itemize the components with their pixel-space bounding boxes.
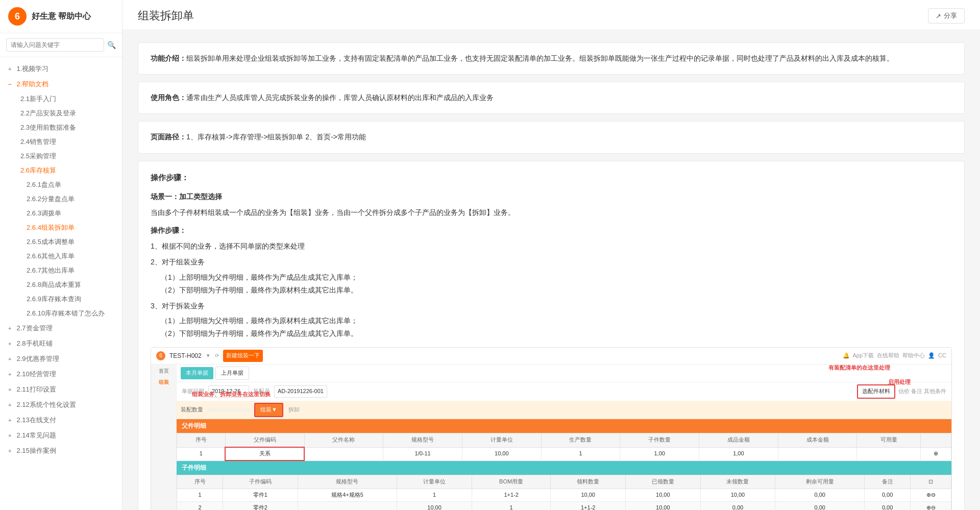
ss-th-op — [921, 433, 951, 447]
ss-annotation-area1: 选配件材料 估价 备注 其他条件 — [857, 384, 946, 399]
ss-th-code: 父件编码 — [225, 433, 304, 447]
ss-date-label: 单据日期 — [182, 386, 204, 397]
ss-topbar: 6 TEST-H002 ▼ ⟳ 新建组装一下 🔔 App下载 在线帮助 帮助中心 — [151, 348, 951, 365]
sub-nav-26: 2.6.1盘点单 2.6.2分量盘点单 2.6.3调拨单 2.6.4组装拆卸单 … — [12, 178, 122, 321]
ss-more-btns: 估价 备注 其他条件 — [898, 386, 946, 397]
ss-tab-current[interactable]: 本月单据 — [181, 367, 213, 379]
plus-icon-8: + — [8, 417, 11, 423]
sidebar: 6 好生意 帮助中心 🔍 + 1.视频学习 − 2.帮助文档 2.1新手入门 2… — [0, 0, 122, 510]
main-area: 组装拆卸单 ↗ 分享 功能介绍：组装拆卸单用来处理企业组装或拆卸等加工业务，支持… — [122, 0, 980, 510]
ss-bom-btn[interactable]: 选配件材料 — [857, 384, 895, 399]
step2-sub: （1）上部明细为父件明细，最终作为产成品生成其它入库单； （2）下部明细为子件明… — [161, 271, 952, 297]
search-button[interactable]: 🔍 — [107, 41, 116, 49]
sidebar-item-265[interactable]: 2.6.5成本调整单 — [18, 235, 122, 249]
sidebar-item-263[interactable]: 2.6.3调拨单 — [18, 206, 122, 221]
sidebar-item-266[interactable]: 2.6.6其他入库单 — [18, 249, 122, 263]
sidebar-item-video[interactable]: + 1.视频学习 — [0, 61, 122, 77]
ss-th-cost-amt: 成本金额 — [778, 433, 857, 447]
ss-th-prod-qty: 生产数量 — [541, 433, 620, 447]
step3-sub-1: （1）上部明细为父件明细，最终作为原材料生成其它出库单； — [161, 314, 952, 327]
logo-icon: 6 — [8, 7, 27, 26]
ss-tabs: 本月单据 上月单据 — [177, 365, 951, 382]
ss-child-header: 子件明细 — [177, 461, 951, 475]
role-text: 通常由生产人员或库管人员完成拆装业务的操作，库管人员确认原材料的出库和产成品的入… — [186, 93, 494, 102]
search-area: 🔍 — [0, 33, 122, 57]
sidebar-item-mobile[interactable]: + 2.8手机旺铺 — [0, 336, 122, 351]
table-row: 1 零件1 规格4+规格5 1 1+1-2 10,00 10,00 10,00 — [177, 489, 951, 502]
plus-icon-5: + — [8, 371, 11, 377]
plus-icon-7: + — [8, 402, 11, 408]
sidebar-item-label: 2.帮助文档 — [16, 80, 48, 89]
ss-qty-input[interactable] — [208, 409, 249, 411]
sidebar-item-269[interactable]: 2.6.9库存账本查询 — [18, 292, 122, 306]
scene1-title: 场景一：加工类型选择 — [151, 190, 952, 203]
sidebar-item-label: 2.15操作案例 — [16, 446, 56, 455]
plus-icon-10: + — [8, 448, 11, 454]
step3-sub: （1）上部明细为父件明细，最终作为原材料生成其它出库单； （2）下部明细为子件明… — [161, 314, 952, 340]
sidebar-item-262[interactable]: 2.6.2分量盘点单 — [18, 192, 122, 206]
sidebar-item-sales[interactable]: 2.4销售管理 — [12, 135, 122, 149]
ss-left-nav: 首页 组装 — [151, 365, 177, 510]
sidebar-item-2610[interactable]: 2.6.10库存账本错了怎么办 — [18, 306, 122, 321]
ss-refresh-icon: ⟳ — [215, 351, 219, 360]
table-row: 2 零件2 10,00 1 1+1-2 10,00 0,00 — [177, 502, 951, 511]
sidebar-item-261[interactable]: 2.6.1盘点单 — [18, 178, 122, 192]
ss-child-table: 序号 子件编码 规格型号 计量单位 BOM用量 领料数量 已领数量 未领数量 — [177, 475, 951, 510]
logo-area: 6 好生意 帮助中心 — [0, 0, 122, 33]
sidebar-item-purchase[interactable]: 2.5采购管理 — [12, 149, 122, 163]
ss-qty-label: 装配数量 — [181, 405, 203, 415]
sidebar-item-label: 1.视频学习 — [16, 64, 48, 74]
ss-type-select[interactable]: 组装▼ — [254, 403, 283, 417]
sidebar-item-264[interactable]: 2.6.4组装拆卸单 — [18, 221, 122, 235]
plus-icon-9: + — [8, 432, 11, 439]
ss-avatar: 👤 — [928, 351, 935, 361]
logo-text: 好生意 帮助中心 — [32, 11, 91, 22]
sidebar-item-sys[interactable]: + 2.12系统个性化设置 — [0, 397, 122, 412]
sidebar-item-coupon[interactable]: + 2.9优惠券管理 — [0, 351, 122, 367]
search-icon: 🔍 — [107, 41, 116, 49]
ss-parent-code[interactable]: 关系 — [225, 447, 304, 460]
intro-label: 功能介绍： — [151, 54, 186, 62]
sidebar-item-faq[interactable]: + 2.14常见问题 — [0, 428, 122, 443]
sidebar-nav: + 1.视频学习 − 2.帮助文档 2.1新手入门 2.2产品安装及登录 2.3… — [0, 57, 122, 510]
ss-logo: 6 — [156, 351, 165, 360]
ss-icon-bell: 🔔 — [843, 351, 850, 361]
sidebar-item-label: 2.8手机旺铺 — [16, 339, 52, 348]
sidebar-item-label: 2.12系统个性化设置 — [16, 400, 76, 409]
sidebar-item-install[interactable]: 2.2产品安装及登录 — [12, 106, 122, 120]
sidebar-item-label: 2.11打印设置 — [16, 385, 56, 394]
ss-date-value[interactable]: 2019-12-26 — [208, 385, 249, 398]
sidebar-item-dataprep[interactable]: 2.3使用前数据准备 — [12, 120, 122, 135]
scene1-section: 场景一：加工类型选择 当由多个子件材料组装成一个成品的业务为【组装】业务，当由一… — [151, 190, 952, 510]
step3-title: 3、对于拆装业务 — [151, 300, 952, 312]
plus-icon-3: + — [8, 341, 11, 347]
sidebar-item-label: 2.13在线支付 — [16, 416, 56, 425]
sidebar-item-inventory[interactable]: 2.6库存核算 — [12, 163, 122, 178]
intro-text: 组装拆卸单用来处理企业组装或拆卸等加工业务，支持有固定装配清单的产品加工业务，也… — [186, 54, 894, 62]
role-label: 使用角色： — [151, 93, 186, 102]
ss-assembler-value[interactable]: AD-20191226-001 — [274, 385, 327, 398]
sidebar-item-finance[interactable]: + 2.7资金管理 — [0, 321, 122, 336]
ss-new-btn[interactable]: 新建组装一下 — [223, 350, 263, 362]
minus-icon: − — [8, 81, 11, 87]
ss-th-prod-amt: 成品金额 — [699, 433, 778, 447]
ss-tab-prev[interactable]: 上月单据 — [215, 367, 249, 380]
sidebar-item-cases[interactable]: + 2.15操作案例 — [0, 443, 122, 458]
sidebar-item-267[interactable]: 2.6.7其他出库单 — [18, 263, 122, 278]
search-input[interactable] — [6, 38, 104, 52]
intro-card: 功能介绍：组装拆卸单用来处理企业组装或拆卸等加工业务，支持有固定装配清单的产品加… — [138, 42, 965, 75]
ss-parent-table: 序号 父件编码 父件名称 规格型号 计量单位 生产数量 子件数量 成品金额 — [177, 433, 951, 461]
sidebar-item-mgmt[interactable]: + 2.10经营管理 — [0, 367, 122, 382]
sidebar-item-newbie[interactable]: 2.1新手入门 — [12, 92, 122, 106]
main-header: 组装拆卸单 ↗ 分享 — [122, 0, 980, 30]
sidebar-item-268[interactable]: 2.6.8商品成本重算 — [18, 278, 122, 292]
sidebar-item-payment[interactable]: + 2.13在线支付 — [0, 412, 122, 428]
share-button[interactable]: ↗ 分享 — [928, 8, 965, 23]
scene1-desc: 当由多个子件材料组装成一个成品的业务为【组装】业务，当由一个父件拆分成多个子产品… — [151, 206, 952, 219]
role-card: 使用角色：通常由生产人员或库管人员完成拆装业务的操作，库管人员确认原材料的出库和… — [138, 82, 965, 114]
sub-nav-2: 2.1新手入门 2.2产品安装及登录 2.3使用前数据准备 2.4销售管理 2.… — [0, 92, 122, 321]
sidebar-item-print[interactable]: + 2.11打印设置 — [0, 382, 122, 397]
ss-th-child-qty: 子件数量 — [620, 433, 699, 447]
sidebar-item-docs[interactable]: − 2.帮助文档 — [0, 77, 122, 92]
plus-icon-2: + — [8, 325, 11, 331]
